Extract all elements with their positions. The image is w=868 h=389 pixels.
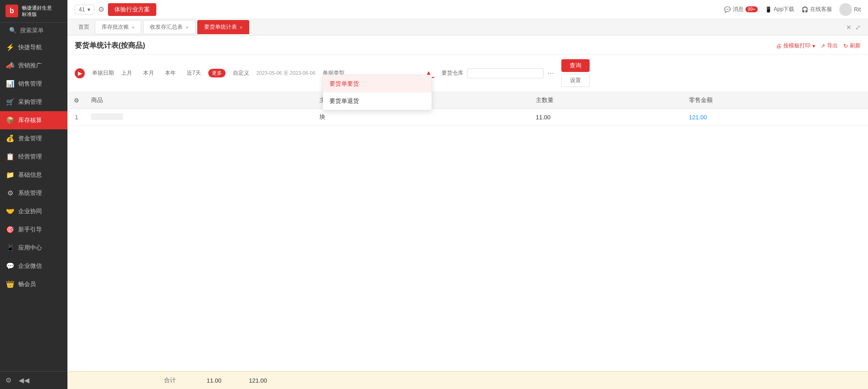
footer-amount: 121.00 xyxy=(231,377,267,384)
nav-label-finance: 资金管理 xyxy=(18,134,62,143)
tab-recv-summary-close[interactable]: × xyxy=(185,25,188,30)
sidebar-item-purchase[interactable]: 🛒 采购管理 xyxy=(0,93,67,111)
nav-label-guide: 新手引导 xyxy=(18,225,62,234)
sidebar-item-quick-nav[interactable]: ⚡ 快捷导航 xyxy=(0,38,67,56)
tab-home[interactable]: 首页 xyxy=(75,23,93,31)
print-label: 按模板打印 xyxy=(783,42,811,50)
sidebar-bottom: ⚙ ◀◀ xyxy=(0,371,67,389)
print-btn[interactable]: 🖨 按模板打印 ▾ xyxy=(776,42,815,50)
phone-icon: 📱 xyxy=(765,6,772,13)
query-button[interactable]: 查询 xyxy=(561,59,590,72)
tab-order-stat[interactable]: 要货单统计表 × xyxy=(197,20,249,34)
sidebar-item-operation[interactable]: 📋 经营管理 xyxy=(0,148,67,166)
sidebar-item-basic-info[interactable]: 📁 基础信息 xyxy=(0,166,67,184)
topbar-left: 41 ▾ ⚙ 体验行业方案 xyxy=(75,3,724,16)
sidebar-item-marketing[interactable]: 📣 营销推广 xyxy=(0,56,67,75)
date-recent-btn[interactable]: 近7天 xyxy=(183,68,205,78)
sidebar-item-inventory[interactable]: 📦 库存核算 xyxy=(0,111,67,129)
cell-no: 1 xyxy=(67,109,86,126)
topbar-settings-icon[interactable]: ⚙ xyxy=(98,5,104,14)
date-upper-btn[interactable]: 上月 xyxy=(118,68,136,78)
dropdown-value: 41 xyxy=(79,6,85,13)
tabs-end-icons: ✕ ⤢ xyxy=(846,24,861,31)
nav-icon-inventory: 📦 xyxy=(5,116,15,125)
msg-label: 消息 xyxy=(733,5,744,13)
warehouse-filter-label: 要货仓库 xyxy=(442,69,463,77)
sidebar-item-enterprise[interactable]: 🤝 企业协同 xyxy=(0,202,67,220)
trial-button[interactable]: 体验行业方案 xyxy=(108,3,156,16)
nav-icon-finance: 💰 xyxy=(5,134,15,143)
more-filters-icon[interactable]: ··· xyxy=(547,68,554,78)
export-btn[interactable]: ↗ 导出 xyxy=(821,42,838,50)
filter-expand-btn[interactable]: ▶ xyxy=(75,68,85,78)
cell-amount[interactable]: 121.00 xyxy=(683,109,868,126)
date-filter-group: 单据日期 上月 本月 本年 近7天 更多 自定义 2023-05-06 至 20… xyxy=(92,68,315,78)
headset-icon: 🎧 xyxy=(801,6,808,13)
nav-label-wechat: 企业微信 xyxy=(18,262,62,270)
cell-product xyxy=(86,109,314,126)
topbar-dropdown[interactable]: 41 ▾ xyxy=(75,5,94,15)
tab-recv-summary[interactable]: 收发存汇总表 × xyxy=(143,20,195,34)
refresh-icon: ↻ xyxy=(843,43,848,49)
search-label: 搜索菜单 xyxy=(20,26,44,35)
nav-icon-quick-nav: ⚡ xyxy=(5,43,15,52)
table-footer: 合计 11.00 121.00 xyxy=(67,371,868,389)
nav-icon-wechat: 💬 xyxy=(5,261,15,271)
settings-icon[interactable]: ⚙ xyxy=(5,376,11,384)
message-icon: 💬 xyxy=(724,6,731,13)
tab-inventory-batch-close[interactable]: × xyxy=(132,25,134,30)
nav-label-purchase: 采购管理 xyxy=(18,98,62,106)
sidebar-item-finance[interactable]: 💰 资金管理 xyxy=(0,129,67,148)
settings-outline-button[interactable]: 设置 xyxy=(561,74,590,87)
app-download-btn[interactable]: 📱 App下载 xyxy=(765,5,794,13)
tabs-expand-icon[interactable]: ⤢ xyxy=(855,24,861,31)
online-service-btn[interactable]: 🎧 在线客服 xyxy=(801,5,832,13)
sidebar: b 畅捷通好生意 标准版 🔍 搜索菜单 ⚡ 快捷导航 📣 营销推广 📊 销售管理… xyxy=(0,0,67,389)
main-area: 41 ▾ ⚙ 体验行业方案 💬 消息 99+ 📱 App下载 🎧 在线客服 xyxy=(67,0,868,389)
warehouse-filter-input[interactable] xyxy=(467,68,544,78)
sidebar-item-app-center[interactable]: 📱 应用中心 xyxy=(0,239,67,257)
dropdown-option-order-request[interactable]: 要货单要货 xyxy=(323,75,431,92)
nav-icon-purchase: 🛒 xyxy=(5,97,15,107)
tabs-close-all-icon[interactable]: ✕ xyxy=(846,24,852,31)
nav-label-basic-info: 基础信息 xyxy=(18,171,62,179)
nav-icon-system: ⚙ xyxy=(5,189,15,198)
dropdown-option-order-return[interactable]: 要货单退货 xyxy=(323,92,431,110)
date-this-year-btn[interactable]: 本年 xyxy=(161,68,180,78)
sidebar-item-system[interactable]: ⚙ 系统管理 xyxy=(0,184,67,202)
nav-label-enterprise: 企业协同 xyxy=(18,207,62,215)
sidebar-item-sales[interactable]: 📊 销售管理 xyxy=(0,75,67,93)
nav-icon-basic-info: 📁 xyxy=(5,170,15,179)
cell-unit: 块 xyxy=(314,109,530,126)
date-this-month-btn[interactable]: 本月 xyxy=(139,68,158,78)
sidebar-logo: b 畅捷通好生意 标准版 xyxy=(0,0,67,23)
sidebar-search[interactable]: 🔍 搜索菜单 xyxy=(0,23,67,38)
nav-label-quick-nav: 快捷导航 xyxy=(18,43,62,51)
tab-order-stat-close[interactable]: × xyxy=(240,25,242,30)
sidebar-item-vip[interactable]: 👑 畅会员 xyxy=(0,275,67,293)
col-settings[interactable]: ⚙ xyxy=(67,92,86,109)
col-product: 商品 xyxy=(86,92,314,109)
tabs-bar: 首页 库存批次账 × 收发存汇总表 × 要货单统计表 × ✕ ⤢ xyxy=(67,19,868,36)
logo-icon: b xyxy=(5,5,18,17)
sidebar-item-wechat[interactable]: 💬 企业微信 xyxy=(0,257,67,275)
nav-icon-vip: 👑 xyxy=(5,280,15,289)
nav-label-sales: 销售管理 xyxy=(18,80,62,88)
nav-icon-marketing: 📣 xyxy=(5,61,15,70)
nav-label-inventory: 库存核算 xyxy=(18,116,62,124)
topbar-right: 💬 消息 99+ 📱 App下载 🎧 在线客服 Rit xyxy=(724,3,861,16)
collapse-icon[interactable]: ◀◀ xyxy=(19,376,30,384)
message-btn[interactable]: 💬 消息 99+ xyxy=(724,5,758,13)
date-custom-btn[interactable]: 自定义 xyxy=(229,68,253,78)
nav-label-app-center: 应用中心 xyxy=(18,244,62,252)
cell-quantity: 11.00 xyxy=(530,109,683,126)
tab-inventory-batch[interactable]: 库存批次账 × xyxy=(95,20,141,34)
date-more-badge[interactable]: 更多 xyxy=(208,69,226,77)
app-download-label: App下载 xyxy=(774,5,794,13)
footer-label: 合计 xyxy=(164,376,176,384)
col-amount: 零售金额 xyxy=(683,92,868,109)
refresh-btn[interactable]: ↻ 刷新 xyxy=(843,42,861,50)
col-quantity: 主数量 xyxy=(530,92,683,109)
sidebar-item-guide[interactable]: 🎯 新手引导 xyxy=(0,220,67,239)
user-avatar-btn[interactable]: Rit xyxy=(839,3,861,16)
